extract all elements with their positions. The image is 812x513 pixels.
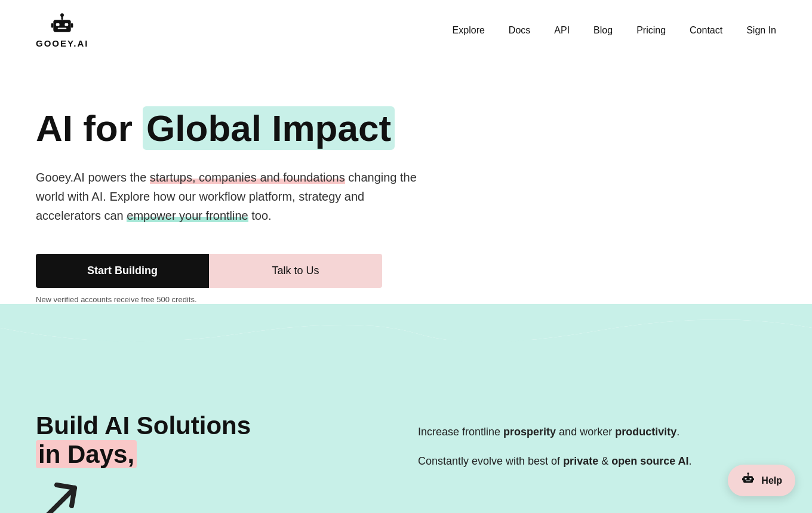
bd2-plain1: Constantly evolve with best of	[418, 455, 563, 467]
bottom-desc-1: Increase frontline prosperity and worker…	[418, 423, 776, 441]
nav-signin[interactable]: Sign In	[746, 25, 776, 35]
bd1-plain1: Increase frontline	[418, 426, 503, 438]
bottom-title: Build AI Solutions in Days,	[36, 411, 394, 469]
hero-desc-highlight1: startups, companies and foundations	[150, 171, 345, 184]
hero-title-highlight: Global Impact	[143, 106, 395, 150]
hero-desc-highlight2: empower your frontline	[127, 209, 248, 222]
hero-desc-part1: Gooey.AI powers the	[36, 171, 150, 184]
nav-api[interactable]: API	[554, 25, 570, 35]
svg-rect-10	[745, 478, 747, 479]
wave-divider	[0, 304, 812, 352]
cta-row: Start Building Talk to Us	[36, 254, 502, 288]
hero-description: Gooey.AI powers the startups, companies …	[36, 168, 430, 225]
hero-section: AI for Global Impact Gooey.AI powers the…	[0, 60, 537, 340]
logo-text: GOOEY.AI	[36, 38, 89, 48]
logo-icon	[49, 12, 75, 38]
nav-links: Explore Docs API Blog Pricing Contact Si…	[453, 25, 776, 36]
help-label: Help	[761, 475, 782, 486]
bd1-bold1: prosperity	[503, 426, 556, 438]
teal-section: Build AI Solutions in Days, Increase fro…	[0, 340, 812, 513]
bottom-desc-2: Constantly evolve with best of private &…	[418, 453, 776, 470]
credits-note: New verified accounts receive free 500 c…	[36, 295, 502, 304]
logo[interactable]: GOOEY.AI	[36, 12, 89, 48]
bd1-plain2: and worker	[556, 426, 615, 438]
svg-line-8	[42, 488, 75, 513]
svg-rect-15	[753, 478, 754, 480]
help-button[interactable]: Help	[728, 465, 795, 496]
start-building-button[interactable]: Start Building	[36, 254, 209, 288]
bd2-plain2: &	[598, 455, 611, 467]
talk-to-us-button[interactable]: Talk to Us	[209, 254, 382, 288]
bd2-end: .	[689, 455, 692, 467]
bottom-title-highlight: in Days,	[36, 440, 137, 468]
nav-explore[interactable]: Explore	[453, 25, 485, 35]
bottom-section: Build AI Solutions in Days, Increase fro…	[0, 388, 812, 513]
nav-pricing[interactable]: Pricing	[636, 25, 666, 35]
svg-rect-11	[750, 478, 752, 479]
svg-rect-1	[56, 23, 60, 26]
hero-title-plain: AI for	[36, 107, 143, 149]
navbar: GOOEY.AI Explore Docs API Blog Pricing C…	[0, 0, 812, 60]
nav-contact[interactable]: Contact	[690, 25, 722, 35]
hero-desc-part3: too.	[248, 209, 272, 222]
bd1-end: .	[676, 426, 679, 438]
help-robot-icon	[741, 472, 755, 489]
svg-rect-5	[51, 23, 54, 27]
svg-point-13	[748, 472, 749, 474]
bd2-bold1: private	[563, 455, 598, 467]
bd2-bold2: open source AI	[611, 455, 688, 467]
svg-rect-14	[742, 478, 743, 480]
svg-rect-6	[71, 23, 73, 27]
bottom-right: Increase frontline prosperity and worker…	[418, 411, 776, 482]
nav-blog[interactable]: Blog	[593, 25, 613, 35]
svg-rect-7	[58, 27, 67, 29]
svg-rect-0	[54, 20, 71, 32]
bottom-left: Build AI Solutions in Days,	[36, 411, 394, 513]
svg-rect-9	[743, 476, 753, 483]
svg-rect-2	[65, 23, 69, 26]
bottom-title-line1: Build AI Solutions	[36, 411, 251, 440]
svg-point-4	[60, 13, 64, 17]
nav-docs[interactable]: Docs	[509, 25, 530, 35]
svg-rect-16	[746, 480, 751, 481]
bd1-bold2: productivity	[615, 426, 676, 438]
arrow-graphic	[36, 479, 394, 513]
hero-title: AI for Global Impact	[36, 108, 502, 149]
